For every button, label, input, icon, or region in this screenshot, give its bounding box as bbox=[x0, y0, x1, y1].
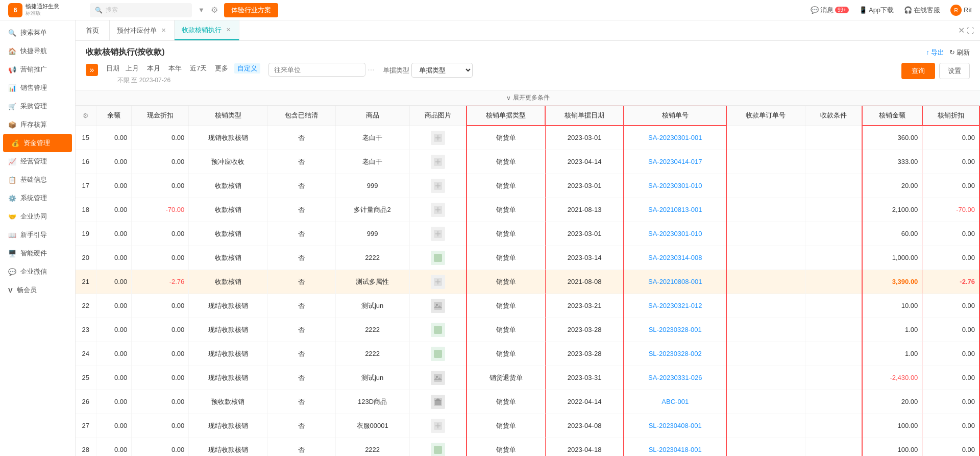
table-row: 230.000.00现结收款核销否2222销货单2023-03-28SL-202… bbox=[76, 318, 979, 342]
cell-goods-img bbox=[409, 222, 467, 246]
chevron-down-icon[interactable]: ▼ bbox=[198, 6, 205, 14]
cell-bill-no[interactable]: ABC-001 bbox=[624, 390, 726, 414]
cell-balance: 0.00 bbox=[96, 150, 132, 174]
unit-dots[interactable]: ··· bbox=[368, 65, 374, 75]
bill-no-link[interactable]: SA-20230301-010 bbox=[648, 182, 702, 189]
goods-thumbnail bbox=[431, 443, 445, 457]
date-curr-month-btn[interactable]: 本月 bbox=[145, 63, 162, 74]
bill-no-link[interactable]: SL-20230418-001 bbox=[649, 446, 702, 453]
cell-bill-no[interactable]: SL-20230328-002 bbox=[624, 342, 726, 366]
date-prev-month-btn[interactable]: 上月 bbox=[124, 63, 141, 74]
tab-close-writeoff[interactable]: ✕ bbox=[225, 27, 232, 34]
hardware-icon: 🖥️ bbox=[8, 250, 16, 257]
cell-writeoff-discount: 0.00 bbox=[922, 390, 979, 414]
bill-no-link[interactable]: SA-20230331-026 bbox=[648, 374, 702, 381]
tab-home[interactable]: 首页 bbox=[76, 20, 110, 40]
tab-close-prepay[interactable]: ✕ bbox=[160, 27, 167, 34]
cell-balance: 0.00 bbox=[96, 174, 132, 198]
app-download-btn[interactable]: 📱 App下载 bbox=[859, 6, 894, 15]
sidebar-item-search[interactable]: 🔍 搜索菜单 bbox=[0, 23, 75, 42]
sidebar-item-wechat[interactable]: 💬 企业微信 bbox=[0, 262, 75, 281]
sidebar-item-guide[interactable]: 📖 新手引导 bbox=[0, 226, 75, 244]
tab-maximize-btn[interactable]: ⛶ bbox=[967, 27, 974, 35]
cell-balance: 0.00 bbox=[96, 246, 132, 270]
cell-bill-type: 销货单 bbox=[467, 222, 545, 246]
refresh-icon: ↻ bbox=[949, 49, 955, 56]
cell-bill-no[interactable]: SA-20230414-017 bbox=[624, 150, 726, 174]
bill-no-link[interactable]: SA-20230301-010 bbox=[648, 230, 702, 237]
cell-include-settled: 否 bbox=[267, 270, 335, 294]
cell-bill-no[interactable]: SA-20230331-026 bbox=[624, 366, 726, 390]
cell-bill-no[interactable]: SA-20230314-008 bbox=[624, 246, 726, 270]
message-btn[interactable]: 💬 消息 99+ bbox=[811, 6, 849, 15]
date-more-btn[interactable]: 更多 bbox=[213, 63, 230, 74]
export-btn[interactable]: ↑ 导出 bbox=[926, 48, 945, 57]
bill-no-link[interactable]: SL-20230328-002 bbox=[649, 350, 702, 357]
sidebar-item-finance[interactable]: 💰 资金管理 bbox=[3, 134, 72, 152]
date-7days-btn[interactable]: 近7天 bbox=[188, 63, 209, 74]
bill-no-link[interactable]: SL-20230328-001 bbox=[649, 326, 702, 333]
cell-bill-no[interactable]: SA-20230321-012 bbox=[624, 294, 726, 318]
cell-bill-no[interactable]: SL-20230408-001 bbox=[624, 414, 726, 438]
phone-icon: 📱 bbox=[859, 6, 867, 14]
sidebar-item-member[interactable]: V 畅会员 bbox=[0, 281, 75, 299]
export-icon: ↑ bbox=[926, 49, 930, 56]
cell-receipt-order-no bbox=[726, 294, 805, 318]
sidebar-item-collab[interactable]: 🤝 企业协同 bbox=[0, 207, 75, 226]
user-info[interactable]: R Rit bbox=[950, 5, 972, 16]
date-label: 日期 bbox=[106, 64, 119, 73]
cell-bill-no[interactable]: SA-20210813-001 bbox=[624, 198, 726, 222]
cell-goods-img bbox=[409, 198, 467, 222]
tab-close-btn[interactable]: ✕ bbox=[958, 26, 965, 35]
sidebar-item-inventory[interactable]: 📦 库存核算 bbox=[0, 115, 75, 134]
filter-expand-btn[interactable]: » bbox=[86, 64, 98, 76]
sidebar-item-operation[interactable]: 📈 经营管理 bbox=[0, 152, 75, 171]
cell-bill-type: 销货单 bbox=[467, 390, 545, 414]
cell-bill-no[interactable]: SA-20230301-010 bbox=[624, 174, 726, 198]
sidebar-item-system[interactable]: ⚙️ 系统管理 bbox=[0, 189, 75, 207]
expand-more-bar[interactable]: ∨ 展开更多条件 bbox=[76, 90, 980, 106]
cell-bill-no[interactable]: SL-20230328-001 bbox=[624, 318, 726, 342]
sidebar-item-purchase[interactable]: 🛒 采购管理 bbox=[0, 97, 75, 115]
bill-no-link[interactable]: ABC-001 bbox=[662, 398, 689, 405]
bill-no-link[interactable]: SA-20210813-001 bbox=[648, 206, 702, 213]
cell-goods-img bbox=[409, 150, 467, 174]
sidebar-item-marketing[interactable]: 📢 营销推广 bbox=[0, 60, 75, 79]
top-search-bar[interactable]: 🔍 搜索 bbox=[90, 3, 192, 17]
cell-cash-discount: 0.00 bbox=[132, 150, 189, 174]
query-btn[interactable]: 查询 bbox=[901, 63, 935, 79]
bill-no-link[interactable]: SA-20230414-017 bbox=[648, 158, 702, 165]
gear-icon[interactable]: ⚙ bbox=[211, 5, 218, 15]
cell-writeoff-amount: 360.00 bbox=[862, 126, 922, 150]
cell-bill-no[interactable]: SA-20230301-001 bbox=[624, 126, 726, 150]
type-select[interactable]: 单据类型 bbox=[411, 63, 473, 78]
bill-no-link[interactable]: SA-20230301-001 bbox=[648, 134, 702, 141]
online-service-btn[interactable]: 🎧 在线客服 bbox=[904, 6, 940, 15]
goods-thumbnail bbox=[431, 155, 445, 169]
expand-more-label: 展开更多条件 bbox=[513, 93, 550, 102]
sidebar-item-basic[interactable]: 📋 基础信息 bbox=[0, 171, 75, 189]
tab-writeoff[interactable]: 收款核销执行 ✕ bbox=[175, 20, 239, 40]
refresh-btn[interactable]: ↻ 刷新 bbox=[949, 48, 970, 57]
cell-bill-no[interactable]: SA-20210808-001 bbox=[624, 270, 726, 294]
solution-button[interactable]: 体验行业方案 bbox=[224, 3, 278, 17]
sidebar-item-hardware[interactable]: 🖥️ 智能硬件 bbox=[0, 244, 75, 262]
date-custom-btn[interactable]: 自定义 bbox=[234, 63, 260, 74]
tab-prepay[interactable]: 预付冲应付单 ✕ bbox=[110, 20, 175, 40]
date-curr-year-btn[interactable]: 本年 bbox=[166, 63, 184, 74]
bill-no-link[interactable]: SA-20210808-001 bbox=[648, 278, 702, 285]
cell-bill-no[interactable]: SA-20230301-010 bbox=[624, 222, 726, 246]
cell-goods-img bbox=[409, 294, 467, 318]
cell-bill-no[interactable]: SL-20230418-001 bbox=[624, 438, 726, 456]
sidebar-item-nav[interactable]: 🏠 快捷导航 bbox=[0, 42, 75, 60]
settings-btn[interactable]: 设置 bbox=[939, 63, 970, 79]
message-icon: 💬 bbox=[811, 6, 819, 14]
search-menu-icon: 🔍 bbox=[8, 29, 16, 37]
col-gear[interactable]: ⚙ bbox=[76, 106, 96, 126]
bill-no-link[interactable]: SA-20230314-008 bbox=[648, 254, 702, 261]
bill-no-link[interactable]: SA-20230321-012 bbox=[648, 302, 702, 309]
basic-icon: 📋 bbox=[8, 176, 16, 184]
unit-input[interactable] bbox=[268, 63, 365, 77]
sidebar-item-sales[interactable]: 📊 销售管理 bbox=[0, 79, 75, 97]
bill-no-link[interactable]: SL-20230408-001 bbox=[649, 422, 702, 429]
